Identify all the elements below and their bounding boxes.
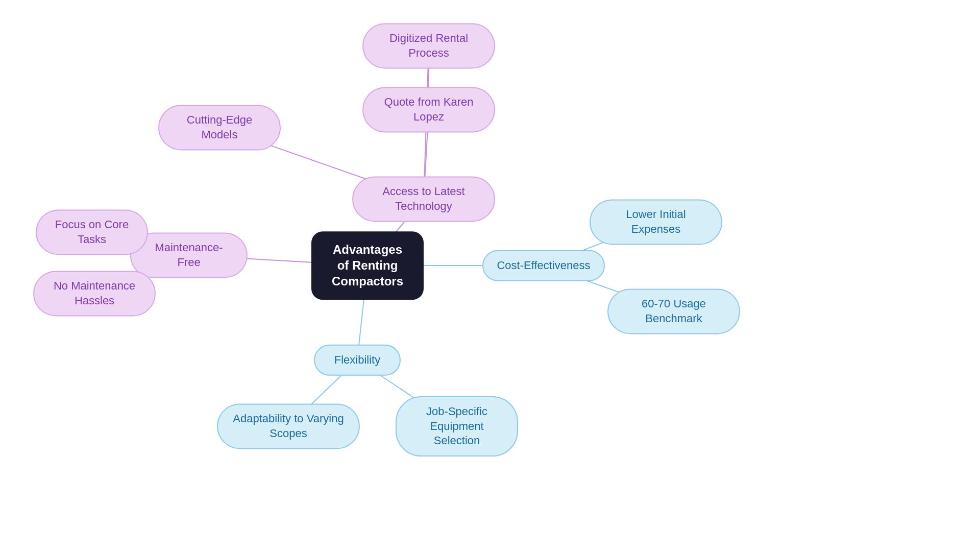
job-specific-label: Job-Specific Equipment Selection	[409, 404, 505, 448]
benchmark-label: 60-70 Usage Benchmark	[621, 297, 727, 326]
no-maintenance-label: No Maintenance Hassles	[46, 279, 142, 308]
center-node: Advantages of Renting Compactors	[311, 231, 424, 300]
center-label: Advantages of Renting Compactors	[326, 242, 409, 290]
cutting-node: Cutting-Edge Models	[158, 105, 281, 150]
cost-effectiveness-node: Cost-Effectiveness	[482, 250, 605, 281]
flexibility-label: Flexibility	[334, 353, 380, 368]
focus-label: Focus on Core Tasks	[49, 218, 135, 247]
flexibility-node: Flexibility	[314, 345, 401, 376]
quote-node: Quote from Karen Lopez	[362, 87, 495, 132]
no-maintenance-node: No Maintenance Hassles	[33, 271, 156, 316]
technology-node: Access to Latest Technology	[352, 176, 495, 222]
technology-label: Access to Latest Technology	[365, 184, 482, 213]
lower-expenses-node: Lower Initial Expenses	[590, 199, 722, 245]
adaptability-label: Adaptability to Varying Scopes	[230, 412, 347, 441]
quote-label: Quote from Karen Lopez	[376, 95, 482, 124]
job-specific-node: Job-Specific Equipment Selection	[396, 396, 518, 456]
benchmark-node: 60-70 Usage Benchmark	[607, 288, 740, 334]
digitized-label: Digitized Rental Process	[376, 31, 482, 60]
digitized-node: Digitized Rental Process	[362, 23, 495, 68]
lower-expenses-label: Lower Initial Expenses	[603, 207, 709, 236]
maintenance-node: Maintenance-Free	[130, 232, 248, 278]
cutting-label: Cutting-Edge Models	[172, 113, 267, 142]
adaptability-node: Adaptability to Varying Scopes	[217, 403, 360, 449]
focus-node: Focus on Core Tasks	[36, 209, 148, 255]
cost-effectiveness-label: Cost-Effectiveness	[497, 258, 590, 273]
maintenance-label: Maintenance-Free	[143, 241, 234, 270]
